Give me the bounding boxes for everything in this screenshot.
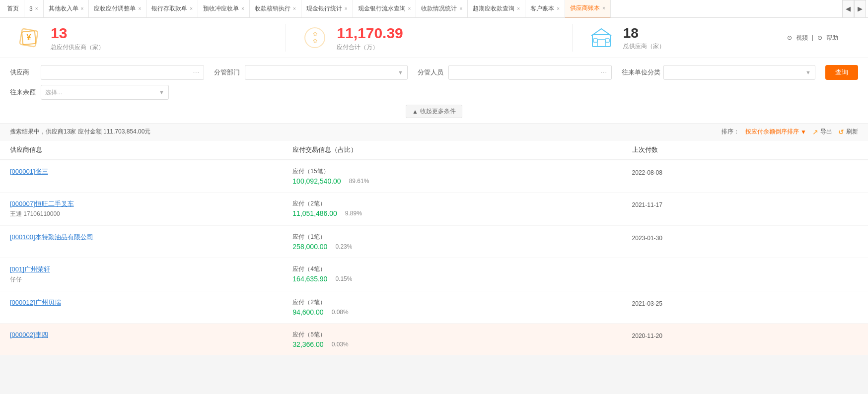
nav-tab-cash-bank-flow[interactable]: 现金银行流水查询× — [353, 0, 417, 18]
refresh-label: 刷新 — [846, 128, 858, 136]
filter-person: 分管人员 ··· — [418, 65, 612, 80]
row-supplier-col: [000012]广州贝瑞 — [10, 298, 292, 307]
nav-tab-tab3[interactable]: 3× — [24, 0, 44, 18]
category-input-wrap[interactable]: ▼ — [663, 65, 816, 80]
sort-select[interactable]: 按应付余额倒序排序 ▼ — [745, 128, 806, 136]
balance-placeholder: 选择... — [45, 88, 159, 97]
top-right-links: ⊙ 视频 | ⊙ 帮助 — [787, 34, 843, 42]
category-arrow-icon[interactable]: ▼ — [805, 69, 811, 75]
balance-input-wrap[interactable]: 选择... ▼ — [41, 85, 169, 100]
export-icon: ↗ — [812, 128, 818, 136]
top-nav: 首页3×其他收入单×应收应付调整单×银行存取款单×预收冲应收单×收款核销执行×现… — [0, 0, 868, 18]
supplier-name-link[interactable]: [000007]恒旺二手叉车 — [10, 199, 292, 208]
nav-tab-customer-book[interactable]: 客户账本× — [525, 0, 565, 18]
row-last-pay-col — [632, 265, 858, 267]
table-row: [000001]张三应付（15笔）100,092,540.0089.61%202… — [0, 160, 868, 193]
nav-tab-cash-bank-stat[interactable]: 现金银行统计× — [301, 0, 353, 18]
tx-label: 应付（15笔） — [292, 167, 632, 176]
summary-text-suppliers: 13 总应付供应商（家） — [51, 24, 104, 52]
close-tab-icon[interactable]: × — [81, 6, 84, 11]
table-row: [000100]本特勤油品有限公司应付（1笔）258,000.000.23%20… — [0, 226, 868, 258]
balance-arrow-icon[interactable]: ▼ — [159, 89, 164, 95]
row-supplier-col: [000002]李四 — [10, 330, 292, 339]
supplier-input-wrap[interactable]: ··· — [41, 65, 204, 80]
tx-percent: 9.89% — [345, 210, 362, 217]
close-tab-icon[interactable]: × — [35, 6, 38, 11]
supplier-name-link[interactable]: [000001]张三 — [10, 167, 292, 176]
tx-percent: 89.61% — [349, 178, 369, 185]
collapse-icon: ▲ — [412, 108, 418, 115]
query-button[interactable]: 查询 — [825, 65, 858, 80]
refresh-icon: ↺ — [838, 128, 844, 136]
tx-amount[interactable]: 100,092,540.00 — [292, 177, 341, 185]
nav-tab-home[interactable]: 首页 — [2, 0, 24, 18]
close-tab-icon[interactable]: × — [408, 6, 411, 11]
close-tab-icon[interactable]: × — [190, 6, 193, 11]
summary-item-amount: ✿ ✿ 11,170.39 应付合计（万） — [286, 24, 572, 52]
nav-tab-payment-stat[interactable]: 收款情况统计× — [416, 0, 468, 18]
supplier-name-link[interactable]: [000002]李四 — [10, 330, 292, 339]
supplier-contact: 仔仔 — [10, 275, 292, 284]
supplier-name-link[interactable]: [000100]本特勤油品有限公司 — [10, 233, 292, 242]
dept-input-wrap[interactable]: ▼ — [245, 65, 408, 80]
close-tab-icon[interactable]: × — [459, 6, 462, 11]
collapse-button[interactable]: ▲ 收起更多条件 — [406, 105, 462, 118]
close-tab-icon[interactable]: × — [602, 5, 605, 11]
store-icon — [587, 24, 615, 52]
close-tab-icon[interactable]: × — [241, 6, 244, 11]
close-tab-icon[interactable]: × — [517, 6, 520, 11]
row-last-pay-col: 2021-03-25 — [632, 298, 858, 307]
supplier-name-link[interactable]: [000012]广州贝瑞 — [10, 298, 292, 307]
sort-label: 排序： — [722, 128, 739, 136]
nav-tab-payment-verify[interactable]: 收款核销执行× — [250, 0, 301, 18]
close-tab-icon[interactable]: × — [557, 6, 560, 11]
nav-arrow-right[interactable]: ▶ — [854, 0, 866, 18]
tx-amount[interactable]: 94,600.00 — [292, 308, 323, 316]
tx-amount[interactable]: 164,635.90 — [292, 275, 327, 283]
table-header: 供应商信息 应付交易信息（占比） 上次付数 — [0, 140, 868, 160]
nav-tab-supplier-book[interactable]: 供应商账本× — [565, 0, 611, 18]
tx-amount[interactable]: 258,000.00 — [292, 243, 327, 251]
nav-tab-bank-deposit[interactable]: 银行存取款单× — [146, 0, 198, 18]
supplier-dots-icon[interactable]: ··· — [193, 68, 199, 77]
tx-amount[interactable]: 11,051,486.00 — [292, 209, 337, 217]
col-header-last-pay: 上次付数 — [632, 145, 858, 154]
nav-tab-other-income[interactable]: 其他收入单× — [44, 0, 89, 18]
close-tab-icon[interactable]: × — [138, 6, 141, 11]
summary-text-total: 18 总供应商（家） — [623, 25, 665, 51]
tx-label: 应付（2笔） — [292, 199, 632, 208]
close-tab-icon[interactable]: × — [293, 6, 296, 11]
separator: | — [812, 34, 813, 41]
refresh-button[interactable]: ↺ 刷新 — [838, 128, 858, 136]
video-link[interactable]: 视频 — [796, 34, 808, 42]
circle-icon: ⊙ — [787, 34, 792, 41]
results-bar: 搜索结果中，供应商13家 应付金额 111,703,854.00元 排序： 按应… — [0, 124, 868, 140]
tx-label: 应付（1笔） — [292, 233, 632, 241]
tx-label: 应付（4笔） — [292, 265, 632, 273]
nav-tab-overdue-ar[interactable]: 超期应收款查询× — [468, 0, 525, 18]
help-link[interactable]: 帮助 — [826, 34, 838, 42]
table-row: [000012]广州贝瑞应付（2笔）94,600.000.08%2021-03-… — [0, 291, 868, 324]
sort-value: 按应付余额倒序排序 — [745, 128, 799, 136]
nav-arrow-left[interactable]: ◀ — [842, 0, 854, 18]
filter-balance: 往来余额 选择... ▼ — [10, 85, 169, 100]
dept-label: 分管部门 — [214, 68, 242, 77]
export-button[interactable]: ↗ 导出 — [812, 128, 832, 136]
svg-text:¥: ¥ — [27, 33, 31, 42]
tx-amount-row: 164,635.900.15% — [292, 275, 632, 283]
nav-tab-ar-ap-adjust[interactable]: 应收应付调整单× — [89, 0, 146, 18]
supplier-name-link[interactable]: [001]广州荣轩 — [10, 265, 292, 274]
col-header-supplier: 供应商信息 — [10, 145, 292, 154]
collapse-row: ▲ 收起更多条件 — [10, 105, 858, 118]
right-actions: 排序： 按应付余额倒序排序 ▼ ↗ 导出 ↺ 刷新 — [722, 128, 858, 136]
diamond-icon: ¥ — [15, 24, 43, 52]
close-tab-icon[interactable]: × — [345, 6, 348, 11]
dept-arrow-icon[interactable]: ▼ — [398, 69, 403, 75]
tx-percent: 0.03% — [332, 341, 349, 348]
person-input-wrap[interactable]: ··· — [448, 65, 612, 80]
tx-amount[interactable]: 32,366.00 — [292, 340, 323, 348]
filter-area: 供应商 ··· 分管部门 ▼ 分管人员 ··· — [0, 58, 868, 124]
nav-tab-prepay-ar[interactable]: 预收冲应收单× — [198, 0, 250, 18]
person-label: 分管人员 — [418, 68, 445, 77]
person-dots-icon[interactable]: ··· — [600, 68, 607, 77]
